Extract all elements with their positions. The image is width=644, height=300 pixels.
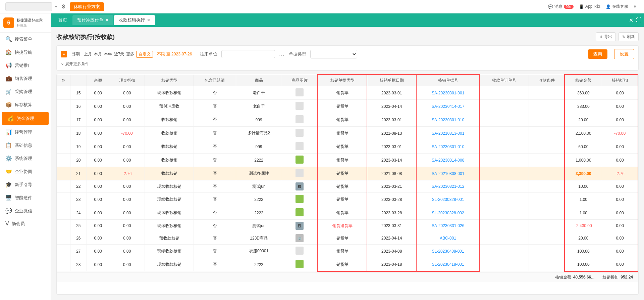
date-more[interactable]: 更多 (126, 51, 134, 57)
bill-no-link[interactable]: SA-20230321-012 (432, 184, 464, 189)
sidebar-item-inventory[interactable]: 📦 库存核算 (0, 98, 51, 111)
writeoff-amount-cell: 360.00 (565, 86, 602, 100)
writeoff-discount-cell: 0.00 (602, 113, 638, 127)
bill-no-cell[interactable]: SL-20230328-001 (416, 193, 480, 206)
sidebar-item-operation[interactable]: 📊 经营管理 (0, 126, 51, 139)
bill-no-cell[interactable]: SL-20230408-001 (416, 245, 480, 258)
sidebar-item-system[interactable]: ⚙️ 系统管理 (0, 152, 51, 165)
row-settings (57, 127, 70, 140)
sidebar-item-enterprise[interactable]: 🤝 企业协同 (0, 165, 51, 178)
sidebar-item-wechat[interactable]: 💬 企业微信 (0, 204, 51, 217)
sidebar-item-finance[interactable]: 💰 资金管理 (2, 112, 49, 125)
date-this-month[interactable]: 本月 (94, 51, 102, 57)
row-settings (57, 180, 70, 193)
bill-no-cell[interactable]: SA-20210813-001 (416, 127, 480, 140)
header-actions: ⬆ 导出 ↻ 刷新 (596, 32, 639, 41)
bill-no-link[interactable]: ABC-001 (440, 236, 456, 241)
bill-no-cell[interactable]: SA-20230301-010 (416, 140, 480, 154)
bill-no-link[interactable]: SA-20210813-001 (432, 131, 464, 136)
sidebar-item-search[interactable]: 🔍 搜索菜单 (0, 33, 51, 46)
row-number: 28 (70, 258, 87, 271)
bill-no-link[interactable]: SA-20230301-001 (432, 91, 464, 95)
goods-img-cell (282, 100, 318, 113)
sidebar-item-basic[interactable]: 📋 基础信息 (0, 139, 51, 152)
trading-unit-input[interactable] (221, 50, 275, 58)
export-icon: ⬆ (599, 35, 603, 39)
bill-no-cell[interactable]: SA-20210808-001 (416, 167, 480, 180)
bill-no-cell[interactable]: SL-20230418-001 (416, 258, 480, 271)
refresh-btn[interactable]: ↻ 刷新 (619, 32, 639, 41)
sidebar-item-member[interactable]: V 畅会员 (0, 217, 51, 230)
export-btn[interactable]: ⬆ 导出 (596, 32, 616, 41)
product-image (296, 247, 304, 255)
bill-no-cell[interactable]: SA-20230414-017 (416, 100, 480, 113)
sidebar-item-purchase[interactable]: 🛒 采购管理 (0, 85, 51, 98)
table-row: 170.000.00收款核销否999销货单2023-03-01SA-202303… (57, 113, 638, 127)
tab-prepay[interactable]: 预付冲应付单 ✕ (72, 15, 113, 25)
trial-btn[interactable]: 休验行业方案 (70, 2, 104, 11)
user-name[interactable]: Rit (634, 4, 639, 9)
date-custom[interactable]: 自定义 (136, 51, 153, 58)
filter-settings-btn[interactable]: 设置 (614, 49, 634, 59)
date-7days[interactable]: 近7天 (114, 51, 124, 57)
expand-more-btn[interactable]: ∨ 展开更多条件 (61, 61, 634, 67)
bill-no-link[interactable]: SA-20230414-017 (432, 104, 464, 109)
sidebar-item-hardware[interactable]: 🖥️ 智能硬件 (0, 191, 51, 204)
bill-no-link[interactable]: SL-20230408-001 (432, 249, 464, 254)
writeoff-type-cell: 收款核销 (145, 140, 194, 154)
table-row: 190.000.00收款核销否999销货单2023-03-01SA-202303… (57, 140, 638, 154)
writeoff-amount-cell: 20.00 (565, 232, 602, 245)
sidebar-item-marketing[interactable]: 📢 营销推广 (0, 59, 51, 72)
bill-no-cell[interactable]: SA-20230301-001 (416, 86, 480, 100)
row-number: 18 (70, 127, 87, 140)
bill-no-link[interactable]: SA-20210808-001 (432, 171, 464, 176)
bill-no-cell[interactable]: SA-20230314-008 (416, 154, 480, 167)
receipt-order-no-cell (480, 100, 529, 113)
balance-cell: 0.00 (87, 100, 109, 113)
basic-icon: 📋 (5, 142, 12, 148)
close-window-icon[interactable]: ✕ (629, 17, 633, 24)
tab-collection[interactable]: 收款核销执行 ✕ (114, 15, 155, 25)
message-btn[interactable]: 💬 消息 99+ (548, 4, 574, 9)
date-last-month[interactable]: 上月 (84, 51, 92, 57)
date-this-year[interactable]: 本年 (104, 51, 112, 57)
app-download-btn[interactable]: 📱 App下载 (579, 4, 600, 9)
bill-no-link[interactable]: SL-20230418-001 (432, 262, 464, 267)
page-header: 收款核销执行(按收款) ⬆ 导出 ↻ 刷新 (56, 32, 639, 41)
query-btn[interactable]: 查询 (588, 49, 607, 59)
col-bill-date: 核销单据日期 (367, 75, 416, 86)
expand-btn[interactable]: » (61, 51, 67, 57)
online-service-btn[interactable]: 👤 在线客服 (606, 4, 628, 9)
table-row: 260.000.00预收款核销否123D商品🏢销货单2022-04-14ABC-… (57, 232, 638, 245)
bill-no-cell[interactable]: SA-20230301-010 (416, 113, 480, 127)
writeoff-type-cell: 收款核销 (145, 127, 194, 140)
maximize-icon[interactable]: ⛶ (636, 17, 641, 23)
bill-no-link[interactable]: SL-20230328-002 (432, 211, 464, 215)
bill-no-link[interactable]: SA-20230301-010 (432, 144, 464, 149)
writeoff-amount-cell: 20.00 (565, 113, 602, 127)
bill-no-link[interactable]: SA-20230331-026 (432, 223, 464, 228)
sidebar-item-sales[interactable]: 💼 销售管理 (0, 72, 51, 85)
bill-no-link[interactable]: SL-20230328-001 (432, 197, 464, 202)
bill-no-cell[interactable]: ABC-001 (416, 232, 480, 245)
writeoff-amount-cell: 2,100.00 (565, 127, 602, 140)
gear-button[interactable]: ⚙ (60, 2, 67, 11)
bill-type-cell: 销货单 (318, 232, 367, 245)
breadcrumb-input[interactable] (5, 2, 52, 11)
tab-close-prepay[interactable]: ✕ (105, 18, 109, 22)
writeoff-type-cell: 收款核销 (145, 113, 194, 127)
bill-no-link[interactable]: SA-20230314-008 (432, 158, 464, 163)
writeoff-type-cell: 现续收款核销 (145, 220, 194, 232)
sidebar-item-newbie[interactable]: 🎓 新手引导 (0, 178, 51, 191)
tab-home[interactable]: 首页 (54, 15, 72, 25)
sidebar-item-quicknav[interactable]: 🏠 快捷导航 (0, 46, 51, 59)
include-cleared-cell: 否 (194, 193, 236, 206)
page-content: 收款核销执行(按收款) ⬆ 导出 ↻ 刷新 » (51, 27, 644, 300)
receipt-condition-cell (529, 167, 565, 180)
tab-close-collection[interactable]: ✕ (147, 18, 150, 22)
bill-no-cell[interactable]: SA-20230331-026 (416, 220, 480, 232)
bill-no-cell[interactable]: SA-20230321-012 (416, 180, 480, 193)
bill-no-cell[interactable]: SL-20230328-002 (416, 206, 480, 220)
bill-type-select[interactable] (310, 50, 357, 58)
bill-no-link[interactable]: SA-20230301-010 (432, 118, 464, 122)
